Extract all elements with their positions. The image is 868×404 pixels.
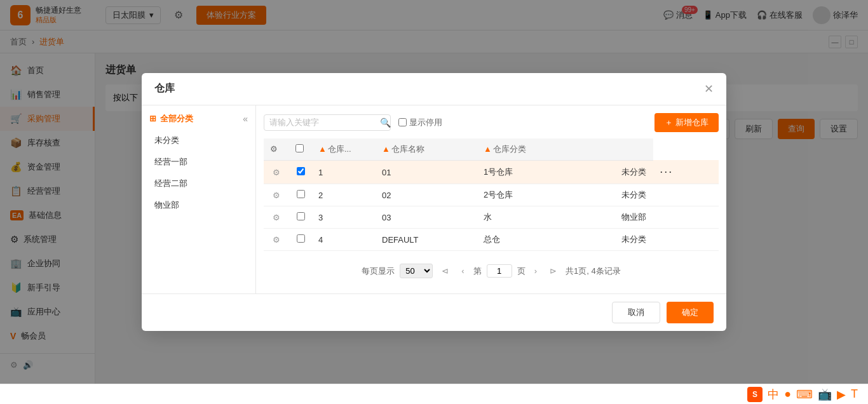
row-checkbox[interactable] bbox=[297, 190, 305, 198]
select-all-checkbox[interactable] bbox=[295, 144, 304, 152]
category-item-op2[interactable]: 经营二部 bbox=[142, 173, 255, 194]
add-warehouse-button[interactable]: ＋ 新增仓库 bbox=[654, 113, 719, 132]
table-row[interactable]: ⚙ 3 03 水 物业部 bbox=[264, 206, 719, 229]
sort-icon-name: ▲ bbox=[382, 144, 390, 154]
category-all-label: 全部分类 bbox=[160, 113, 193, 125]
row-actions[interactable] bbox=[653, 206, 719, 229]
row-code: 01 bbox=[376, 160, 477, 184]
table-panel: 🔍 显示停用 ＋ 新增仓库 ⚙ bbox=[256, 105, 726, 294]
modal-header: 仓库 ✕ bbox=[142, 73, 726, 105]
row-name: 1号仓库 bbox=[477, 160, 615, 184]
first-page-button[interactable]: ⊲ bbox=[438, 265, 452, 277]
category-item-unclassified[interactable]: 未分类 bbox=[142, 130, 255, 151]
row-checkbox-cell[interactable] bbox=[289, 229, 312, 251]
row-number: 4 bbox=[312, 229, 376, 251]
row-number: 2 bbox=[312, 184, 376, 206]
category-collapse-button[interactable]: « bbox=[243, 114, 248, 124]
warehouse-modal: 仓库 ✕ ⊞ 全部分类 « 未分类 经营一部 经营二部 物业部 bbox=[142, 73, 726, 332]
row-checkbox[interactable] bbox=[297, 234, 305, 243]
status-icon-zh[interactable]: 中 bbox=[768, 387, 779, 402]
table-row[interactable]: ⚙ 1 01 1号仓库 未分类 ··· bbox=[264, 160, 719, 184]
row-gear[interactable]: ⚙ bbox=[264, 184, 289, 206]
search-input[interactable] bbox=[269, 118, 376, 127]
modal-title: 仓库 bbox=[154, 82, 175, 95]
row-code: 03 bbox=[376, 206, 477, 229]
row-category: 未分类 bbox=[615, 184, 653, 206]
row-name: 水 bbox=[477, 206, 615, 229]
row-actions[interactable]: ··· bbox=[653, 160, 719, 184]
row-name: 总仓 bbox=[477, 229, 615, 251]
next-page-button[interactable]: › bbox=[531, 265, 541, 277]
warehouse-table: ⚙ ▲仓库... ▲仓库名称 ▲仓库分类 bbox=[264, 138, 719, 252]
modal-overlay: 仓库 ✕ ⊞ 全部分类 « 未分类 经营一部 经营二部 物业部 bbox=[0, 0, 868, 404]
category-header: ⊞ 全部分类 « bbox=[142, 113, 255, 130]
col-header-actions bbox=[615, 138, 653, 161]
category-all[interactable]: ⊞ 全部分类 bbox=[149, 113, 193, 125]
per-page-label: 每页显示 bbox=[362, 266, 395, 277]
col-header-checkbox[interactable] bbox=[289, 138, 312, 161]
status-bar: S 中 ● ⌨ 📺 ▶ T bbox=[0, 384, 868, 404]
status-icon-dot[interactable]: ● bbox=[784, 387, 791, 401]
row-number: 3 bbox=[312, 206, 376, 229]
col-header-code: ▲仓库... bbox=[312, 138, 376, 161]
status-icon-t[interactable]: T bbox=[851, 387, 858, 401]
modal-close-button[interactable]: ✕ bbox=[704, 82, 714, 96]
category-panel: ⊞ 全部分类 « 未分类 经营一部 经营二部 物业部 bbox=[142, 105, 256, 294]
row-category: 未分类 bbox=[615, 229, 653, 251]
total-info: 共1页, 4条记录 bbox=[566, 266, 621, 277]
col-header-name: ▲仓库名称 bbox=[376, 138, 477, 161]
modal-body: ⊞ 全部分类 « 未分类 经营一部 经营二部 物业部 🔍 bbox=[142, 105, 726, 294]
row-checkbox[interactable] bbox=[297, 212, 305, 220]
page-number-input[interactable] bbox=[487, 264, 512, 278]
row-number: 1 bbox=[312, 160, 376, 184]
page-label: 第 bbox=[473, 266, 482, 277]
category-item-op1[interactable]: 经营一部 bbox=[142, 151, 255, 173]
col-header-category: ▲仓库分类 bbox=[477, 138, 615, 161]
category-item-property[interactable]: 物业部 bbox=[142, 194, 255, 216]
row-actions[interactable] bbox=[653, 184, 719, 206]
last-page-button[interactable]: ⊳ bbox=[546, 265, 560, 277]
row-checkbox-cell[interactable] bbox=[289, 184, 312, 206]
row-checkbox-cell[interactable] bbox=[289, 206, 312, 229]
table-row[interactable]: ⚙ 2 02 2号仓库 未分类 bbox=[264, 184, 719, 206]
row-code: DEFAULT bbox=[376, 229, 477, 251]
col-header-gear[interactable]: ⚙ bbox=[264, 138, 289, 161]
row-gear[interactable]: ⚙ bbox=[264, 229, 289, 251]
table-toolbar: 🔍 显示停用 ＋ 新增仓库 bbox=[264, 113, 719, 132]
cancel-button[interactable]: 取消 bbox=[612, 302, 660, 323]
sort-icon-category: ▲ bbox=[484, 144, 492, 154]
show-disabled-checkbox[interactable] bbox=[398, 118, 407, 126]
show-disabled-option[interactable]: 显示停用 bbox=[398, 117, 442, 128]
row-actions[interactable] bbox=[653, 229, 719, 251]
row-name: 2号仓库 bbox=[477, 184, 615, 206]
row-gear[interactable]: ⚙ bbox=[264, 160, 289, 184]
status-icon-keyboard[interactable]: ⌨ bbox=[796, 387, 813, 401]
status-icon-play[interactable]: ▶ bbox=[837, 387, 846, 401]
confirm-button[interactable]: 确定 bbox=[667, 302, 714, 323]
show-disabled-label: 显示停用 bbox=[409, 117, 442, 128]
row-category: 未分类 bbox=[615, 160, 653, 184]
search-box: 🔍 bbox=[264, 114, 391, 131]
search-icon[interactable]: 🔍 bbox=[380, 118, 391, 128]
row-code: 02 bbox=[376, 184, 477, 206]
status-logo: S bbox=[747, 387, 763, 402]
sort-icon-code: ▲ bbox=[318, 144, 327, 154]
modal-footer: 取消 确定 bbox=[142, 293, 726, 331]
row-gear[interactable]: ⚙ bbox=[264, 206, 289, 229]
prev-page-button[interactable]: ‹ bbox=[458, 265, 468, 277]
category-all-icon: ⊞ bbox=[149, 114, 156, 123]
row-checkbox[interactable] bbox=[297, 167, 305, 175]
per-page-select[interactable]: 50 100 200 bbox=[400, 264, 433, 278]
table-row[interactable]: ⚙ 4 DEFAULT 总仓 未分类 bbox=[264, 229, 719, 251]
pagination: 每页显示 50 100 200 ⊲ ‹ 第 页 › ⊳ 共1页, 4条记录 bbox=[264, 256, 719, 286]
row-category: 物业部 bbox=[615, 206, 653, 229]
status-icon-tv[interactable]: 📺 bbox=[818, 387, 832, 401]
row-checkbox-cell[interactable] bbox=[289, 160, 312, 184]
page-unit-label: 页 bbox=[517, 266, 526, 277]
